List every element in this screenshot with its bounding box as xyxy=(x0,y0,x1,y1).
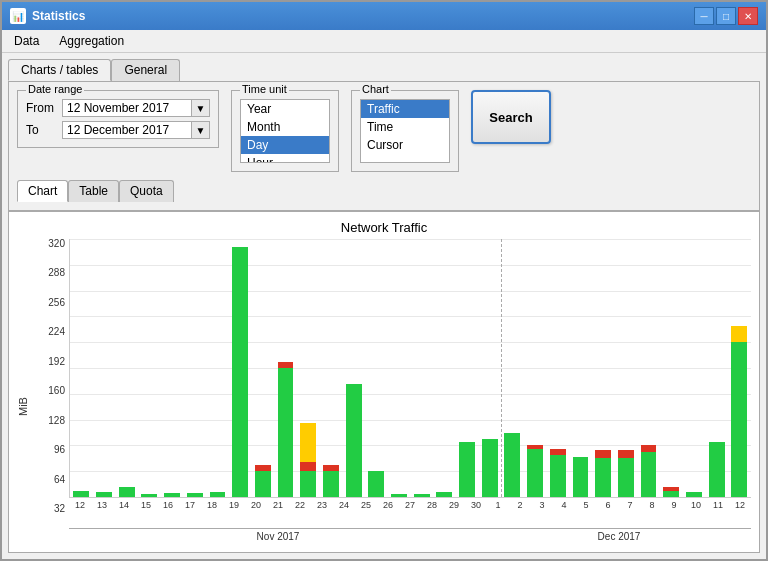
x-label: 12 xyxy=(735,500,745,510)
time-unit-year[interactable]: Year xyxy=(241,100,329,118)
x-label-group: 17 xyxy=(179,498,201,528)
minimize-button[interactable]: ─ xyxy=(694,7,714,25)
chart-type-traffic[interactable]: Traffic xyxy=(361,100,449,118)
x-label: 23 xyxy=(317,500,327,510)
bar-red xyxy=(595,450,611,458)
bar-green xyxy=(618,458,634,497)
menu-data[interactable]: Data xyxy=(6,32,47,50)
bar-green xyxy=(550,455,566,497)
bar-green xyxy=(504,433,520,498)
x-label-group: 26 xyxy=(377,498,399,528)
time-unit-listbox[interactable]: Year Month Day Hour xyxy=(240,99,330,163)
time-unit-hour[interactable]: Hour xyxy=(241,154,329,163)
bar-group xyxy=(388,239,411,497)
bar-stack xyxy=(641,445,657,497)
bar-stack xyxy=(141,494,157,497)
tab-quota[interactable]: Quota xyxy=(119,180,174,202)
bar-group xyxy=(728,239,751,497)
x-label: 13 xyxy=(97,500,107,510)
title-bar: 📊 Statistics ─ □ ✕ xyxy=(2,2,766,30)
bar-stack xyxy=(573,457,589,497)
bar-green xyxy=(686,492,702,497)
bar-green xyxy=(187,493,203,497)
bar-green xyxy=(141,494,157,497)
x-label-group: 5 xyxy=(575,498,597,528)
from-date-picker-button[interactable]: ▼ xyxy=(192,99,210,117)
y-tick: 128 xyxy=(48,416,65,426)
bar-group xyxy=(524,239,547,497)
x-label-group: 29 xyxy=(443,498,465,528)
bar-stack xyxy=(663,487,679,497)
window-icon: 📊 xyxy=(10,8,26,24)
chart-type-time[interactable]: Time xyxy=(361,118,449,136)
x-label-group: 18 xyxy=(201,498,223,528)
bar-green xyxy=(210,492,226,497)
bar-stack xyxy=(595,450,611,497)
x-label-group: 7 xyxy=(619,498,641,528)
bar-group xyxy=(252,239,275,497)
bar-group xyxy=(365,239,388,497)
x-label-group: 23 xyxy=(311,498,333,528)
time-unit-day[interactable]: Day xyxy=(241,136,329,154)
title-buttons: ─ □ ✕ xyxy=(694,7,758,25)
tab-chart[interactable]: Chart xyxy=(17,180,68,202)
x-label-group: 24 xyxy=(333,498,355,528)
y-tick: 192 xyxy=(48,357,65,367)
bar-group xyxy=(433,239,456,497)
time-unit-month[interactable]: Month xyxy=(241,118,329,136)
x-label: 29 xyxy=(449,500,459,510)
x-label: 19 xyxy=(229,500,239,510)
content-area: Charts / tables General Date range From … xyxy=(2,53,766,559)
bar-stack xyxy=(210,492,226,497)
bar-stack xyxy=(96,492,112,497)
chart-type-listbox[interactable]: Traffic Time Cursor xyxy=(360,99,450,163)
menu-aggregation[interactable]: Aggregation xyxy=(51,32,132,50)
bar-stack xyxy=(278,362,294,497)
bar-green xyxy=(232,247,248,497)
y-tick: 320 xyxy=(48,239,65,249)
x-label: 21 xyxy=(273,500,283,510)
month-labels: Nov 2017Dec 2017 xyxy=(69,528,751,544)
x-label-group: 2 xyxy=(509,498,531,528)
x-label: 28 xyxy=(427,500,437,510)
bar-group xyxy=(297,239,320,497)
bar-green xyxy=(709,442,725,497)
title-bar-left: 📊 Statistics xyxy=(10,8,85,24)
bar-stack xyxy=(618,450,634,497)
maximize-button[interactable]: □ xyxy=(716,7,736,25)
bar-stack xyxy=(73,491,89,497)
y-tick: 32 xyxy=(54,504,65,514)
bar-group xyxy=(501,239,524,497)
outer-tab-bar: Charts / tables General xyxy=(8,59,760,81)
close-button[interactable]: ✕ xyxy=(738,7,758,25)
x-label: 12 xyxy=(75,500,85,510)
x-label: 5 xyxy=(583,500,588,510)
bar-stack xyxy=(187,493,203,497)
bar-group xyxy=(138,239,161,497)
to-date-picker-button[interactable]: ▼ xyxy=(192,121,210,139)
bars-container xyxy=(69,239,751,498)
bar-green xyxy=(436,492,452,497)
bar-yellow xyxy=(731,326,747,342)
to-date-value: 12 December 2017 xyxy=(67,123,187,137)
x-label-group: 27 xyxy=(399,498,421,528)
bar-stack xyxy=(731,326,747,497)
bar-stack xyxy=(255,465,271,497)
tab-table[interactable]: Table xyxy=(68,180,119,202)
bar-green xyxy=(527,449,543,497)
chart-type-cursor[interactable]: Cursor xyxy=(361,136,449,154)
inner-tab-bar: Chart Table Quota xyxy=(17,180,751,202)
bar-group xyxy=(705,239,728,497)
bar-green xyxy=(391,494,407,497)
x-label-group: 12 xyxy=(69,498,91,528)
bar-green xyxy=(573,457,589,497)
bar-green xyxy=(119,487,135,497)
month-label: Dec 2017 xyxy=(487,528,751,544)
to-date-input: 12 December 2017 xyxy=(62,121,192,139)
x-label-group: 28 xyxy=(421,498,443,528)
tab-charts-tables[interactable]: Charts / tables xyxy=(8,59,111,81)
tab-general[interactable]: General xyxy=(111,59,180,81)
search-button[interactable]: Search xyxy=(471,90,551,144)
x-label: 9 xyxy=(671,500,676,510)
bar-stack xyxy=(709,442,725,497)
